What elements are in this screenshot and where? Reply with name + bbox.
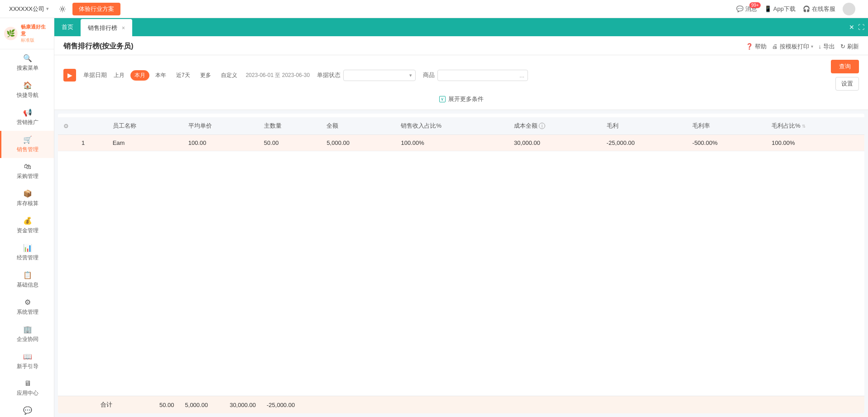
system-icon: ⚙	[24, 298, 31, 307]
sidebar-item-label: 经营管理	[17, 254, 38, 262]
sidebar-item-label: 应用中心	[17, 389, 38, 397]
expand-icon: ∨	[439, 96, 446, 102]
operations-icon: 📊	[23, 244, 32, 252]
sidebar-item-operations[interactable]: 📊 经营管理	[0, 239, 54, 266]
tab-bar-right: ✕ ⛶	[849, 24, 868, 31]
print-button[interactable]: 🖨 按模板打印 ▾	[772, 43, 813, 51]
help-button[interactable]: ❓ 帮助	[746, 43, 767, 51]
content-area: 首页 销售排行榜 × ✕ ⛶ 销售排行榜(按业务员) ❓ 帮助	[54, 18, 868, 417]
chevron-down-icon: ▾	[811, 44, 813, 49]
more-date-btn[interactable]: 更多	[196, 70, 215, 81]
table-footer: 合计 50.00 5,000.00 30,000.00 -25,000.00	[58, 396, 864, 413]
sidebar-item-enterprise[interactable]: 🏢 企业协同	[0, 321, 54, 348]
footer-cost: 30,000.00	[224, 402, 261, 408]
sidebar-item-marketing[interactable]: 📢 营销推广	[0, 104, 54, 131]
cost-info-icon[interactable]: i	[539, 123, 545, 129]
sidebar-item-guide[interactable]: 📖 新手引导	[0, 348, 54, 375]
sidebar-item-label: 库存核算	[17, 200, 38, 207]
online-service-btn[interactable]: 🎧 在线客服	[803, 5, 835, 13]
query-button[interactable]: 查询	[831, 60, 859, 73]
custom-date-btn[interactable]: 自定义	[217, 70, 241, 81]
th-gross: 毛利	[601, 117, 687, 135]
page-header-actions: ❓ 帮助 🖨 按模板打印 ▾ ↓ 导出 ↻ 刷新	[746, 43, 859, 51]
app-download-btn[interactable]: 📱 App下载	[764, 5, 796, 13]
sidebar-item-sales[interactable]: 🛒 销售管理	[0, 131, 54, 158]
th-amount: 全额	[321, 117, 395, 135]
filter-area: ▶ 单据日期 上月 本月 本年 近7天 更多 自定义 2023-	[54, 55, 868, 110]
gross-pct-sort-icon[interactable]: ⇅	[802, 124, 806, 129]
message-icon: 💬	[736, 5, 743, 12]
sidebar-item-wechat[interactable]: 💬 企业微信	[0, 402, 54, 417]
avatar[interactable]	[843, 3, 855, 15]
status-filter-item: 单据状态	[317, 70, 416, 81]
filter-expand-arrow[interactable]: ▶	[63, 69, 76, 81]
sidebar-item-system[interactable]: ⚙ 系统管理	[0, 293, 54, 321]
th-avg-price: 平均单价	[183, 117, 259, 135]
last7-btn[interactable]: 近7天	[172, 70, 194, 81]
status-select[interactable]	[343, 70, 416, 81]
export-button[interactable]: ↓ 导出	[819, 43, 835, 51]
sidebar-logo-text: 畅康通好生意 标准版	[21, 24, 50, 43]
filter-expand-row: ∨ 展开更多条件	[63, 91, 859, 105]
company-name: XXXXXX公司	[9, 5, 44, 13]
tab-bar: 首页 销售排行榜 × ✕ ⛶	[54, 18, 868, 36]
sidebar-item-search[interactable]: 🔍 搜索菜单	[0, 49, 54, 77]
tab-close-icon[interactable]: ×	[122, 25, 125, 31]
footer-gross: -25,000.00	[261, 402, 300, 408]
tab-home[interactable]: 首页	[54, 18, 81, 36]
table-area[interactable]: ⚙ 员工名称 平均单价 主数量 全额 销售收入占比% 成本全	[58, 117, 864, 396]
company-selector[interactable]: XXXXXX公司 ▾	[5, 3, 53, 15]
tab-active-label: 销售排行榜	[88, 24, 117, 32]
expand-more-button[interactable]: ∨ 展开更多条件	[439, 95, 484, 103]
td-sales-pct: 100.00%	[395, 135, 508, 151]
td-settings	[58, 135, 76, 151]
date-filters: 上月 本月 本年 近7天 更多 自定义	[110, 70, 241, 81]
message-badge: 99+	[749, 2, 761, 8]
tab-sales-ranking[interactable]: 销售排行榜 ×	[81, 19, 132, 37]
inventory-icon: 📦	[23, 189, 32, 198]
this-month-btn[interactable]: 本月	[130, 70, 149, 81]
td-avg-price: 100.00	[183, 135, 259, 151]
print-icon: 🖨	[772, 43, 778, 50]
tab-maximize-icon[interactable]: ⛶	[858, 24, 864, 31]
td-cost: 30,000.00	[508, 135, 601, 151]
sidebar-item-purchase[interactable]: 🛍 采购管理	[0, 158, 54, 185]
td-gross-pct: 100.00%	[766, 135, 864, 151]
td-gross: -25,000.00	[601, 135, 687, 151]
refresh-button[interactable]: ↻ 刷新	[840, 43, 859, 51]
last-month-btn[interactable]: 上月	[110, 70, 129, 81]
sidebar-item-label: 新手引导	[17, 363, 38, 370]
th-gross-rate: 毛利率	[687, 117, 766, 135]
top-bar: XXXXXX公司 ▾ 体验行业方案 💬 消息 99+ 📱 App下载 🎧 在线客…	[0, 0, 868, 18]
sidebar-item-appstore[interactable]: 🖥 应用中心	[0, 375, 54, 402]
page-title: 销售排行榜(按业务员)	[63, 42, 134, 51]
purchase-icon: 🛍	[24, 163, 31, 171]
page-header: 销售排行榜(按业务员) ❓ 帮助 🖨 按模板打印 ▾ ↓ 导出	[54, 36, 868, 55]
date-filter-item: 单据日期 上月 本月 本年 近7天 更多 自定义 2023-06-01 至 20…	[83, 70, 310, 81]
goods-input-more-icon[interactable]: ...	[519, 72, 524, 79]
sidebar-item-basic[interactable]: 📋 基础信息	[0, 266, 54, 293]
sidebar-item-shortcut[interactable]: 🏠 快捷导航	[0, 77, 54, 104]
search-icon: 🔍	[23, 54, 32, 62]
sidebar-item-inventory[interactable]: 📦 库存核算	[0, 185, 54, 212]
this-year-btn[interactable]: 本年	[151, 70, 170, 81]
tab-close-all-icon[interactable]: ✕	[849, 24, 854, 31]
online-service-label: 在线客服	[812, 5, 835, 13]
td-gross-rate: -500.00%	[687, 135, 766, 151]
goods-input[interactable]	[437, 70, 528, 81]
th-settings: ⚙	[58, 117, 76, 135]
sidebar-item-label: 销售管理	[17, 146, 38, 153]
table-row: 1 Eam 100.00 50.00 5,000.00 100.00% 30,0…	[58, 135, 864, 151]
settings-button[interactable]: 设置	[835, 77, 859, 91]
topbar-settings-icon[interactable]	[56, 3, 69, 15]
trial-button[interactable]: 体验行业方案	[72, 3, 120, 15]
topbar-right: 💬 消息 99+ 📱 App下载 🎧 在线客服	[736, 3, 863, 15]
message-btn[interactable]: 💬 消息 99+	[736, 5, 757, 13]
marketing-icon: 📢	[23, 108, 32, 117]
status-select-wrapper	[343, 70, 416, 81]
sidebar-item-finance[interactable]: 💰 资金管理	[0, 212, 54, 239]
date-range: 2023-06-01 至 2023-06-30	[246, 72, 310, 79]
goods-filter-label: 商品	[423, 71, 435, 79]
column-settings-icon[interactable]: ⚙	[63, 123, 69, 129]
main-layout: 🌿 畅康通好生意 标准版 🔍 搜索菜单 🏠 快捷导航 📢 营销推广 🛒 销售管理…	[0, 18, 868, 417]
